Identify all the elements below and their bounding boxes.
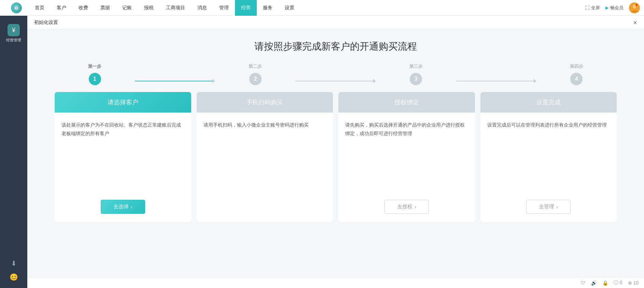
- card-1-footer: 去选择 ›: [55, 200, 191, 222]
- nav-items: 首页 客户 收费 票据 记账 报税 工商项目 消息 管理 经营 服务 设置: [29, 0, 585, 16]
- step-4-circle: 4: [570, 73, 583, 85]
- nav-manage[interactable]: 管理: [213, 0, 235, 16]
- go-manage-arrow: ›: [556, 204, 558, 210]
- step-4-col: 第四步 4: [536, 63, 617, 85]
- connector-1-2: [135, 79, 215, 83]
- status-bar: ▶ 完成 🛡 🔊 🔒 ⓘ 0 ⊕ 10: [0, 277, 644, 288]
- step-3-label: 第三步: [409, 63, 423, 69]
- go-manage-label: 去管理: [539, 204, 554, 210]
- main-content: 初始化设置 × 请按照步骤完成新客户的开通购买流程 第一步 1 第二步: [27, 16, 644, 277]
- arrow-3: [534, 79, 536, 83]
- step-3-circle: 3: [410, 73, 422, 85]
- step-2-label: 第二步: [249, 63, 262, 69]
- nav-right: ⛶ 全屏 ▶ 畅会员: [585, 2, 640, 13]
- shield-status-icon: 🛡: [581, 280, 586, 286]
- member-btn[interactable]: ▶ 畅会员: [605, 5, 624, 11]
- card-1-header: 请选择客户: [55, 92, 191, 113]
- connector-2-3: [295, 79, 376, 83]
- step-4-label: 第四步: [570, 63, 583, 69]
- close-button[interactable]: ×: [633, 19, 637, 26]
- card-step1: 请选择客户 该处展示的客户为不在回收站、客户状态正常建账后完成老板端绑定的所有客…: [55, 92, 191, 222]
- line-1: [135, 81, 212, 81]
- nav-business[interactable]: 工商项目: [160, 0, 191, 16]
- step-2-circle: 2: [249, 73, 262, 85]
- card-2-footer: [197, 214, 333, 222]
- connector-3-4: [456, 79, 536, 83]
- card-step2: 手机扫码购买 请用手机扫码，输入小微企业主账号密码进行购买: [197, 92, 333, 222]
- page-header: 初始化设置 ×: [27, 16, 644, 30]
- card-1-body: 该处展示的客户为不在回收站、客户状态正常建账后完成老板端绑定的所有客户: [55, 113, 191, 200]
- sidebar-item-operation[interactable]: ¥ 经营管理: [0, 21, 27, 45]
- card-4-footer: 去管理 ›: [480, 200, 617, 222]
- page-title: 初始化设置: [34, 19, 58, 26]
- nav-accounting[interactable]: 记账: [116, 0, 138, 16]
- cards-row: 请选择客户 该处展示的客户为不在回收站、客户状态正常建账后完成老板端绑定的所有客…: [41, 92, 630, 222]
- nav-settings[interactable]: 设置: [279, 0, 300, 16]
- card-2-header: 手机扫码购买: [197, 92, 333, 113]
- line-2: [295, 81, 373, 81]
- step-2-col: 第二步 2: [215, 63, 295, 85]
- card-4-body: 设置完成后可以在管理列表进行所有企业用户的经营管理: [480, 113, 617, 200]
- line-3: [456, 81, 534, 81]
- play-icon: ▶: [605, 5, 609, 10]
- go-select-button[interactable]: 去选择 ›: [101, 200, 145, 214]
- fullscreen-label: 全屏: [591, 5, 600, 11]
- arrow-2: [373, 79, 376, 83]
- nav-invoice[interactable]: 票据: [94, 0, 116, 16]
- card-3-body: 请先购买，购买后选择开通的产品中的企业用户进行授权绑定，成功后即可进行经营管理: [338, 113, 475, 200]
- card-step4: 设置完成 设置完成后可以在管理列表进行所有企业用户的经营管理 去管理 ›: [480, 92, 617, 222]
- avatar[interactable]: [629, 2, 640, 13]
- nav-charge[interactable]: 收费: [72, 0, 94, 16]
- go-auth-label: 去授权: [397, 204, 412, 210]
- volume-status-icon: 🔊: [591, 280, 597, 286]
- nav-service[interactable]: 服务: [257, 0, 279, 16]
- nav-customer[interactable]: 客户: [51, 0, 72, 16]
- download-icon[interactable]: ⬇: [11, 259, 17, 267]
- card-3-title: 授权绑定: [394, 99, 419, 106]
- card-3-header: 授权绑定: [338, 92, 475, 113]
- clock-status-icon: ⊕ 10: [628, 280, 639, 286]
- go-select-arrow: ›: [131, 204, 132, 210]
- logo-icon: [11, 2, 22, 13]
- status-bar-right: 🛡 🔊 🔒 ⓘ 0 ⊕ 10: [581, 280, 639, 286]
- card-step3: 授权绑定 请先购买，购买后选择开通的产品中的企业用户进行授权绑定，成功后即可进行…: [338, 92, 475, 222]
- wizard-area: 请按照步骤完成新客户的开通购买流程 第一步 1 第二步 2: [27, 30, 644, 277]
- info-status: ⓘ 0: [614, 280, 622, 286]
- step-1-circle: 1: [89, 73, 101, 85]
- card-1-title: 请选择客户: [108, 99, 138, 106]
- steps-bar: 第一步 1 第二步 2: [41, 63, 630, 85]
- help-icon[interactable]: 😊: [10, 273, 18, 281]
- sidebar-bottom: ⬇ 😊: [10, 259, 18, 288]
- step-1-col: 第一步 1: [55, 63, 135, 85]
- card-3-footer: 去授权 ›: [338, 200, 475, 222]
- nav-operation[interactable]: 经营: [235, 0, 257, 16]
- step-1-label: 第一步: [88, 63, 101, 69]
- card-2-title: 手机扫码购买: [246, 99, 283, 106]
- nav-home[interactable]: 首页: [29, 0, 51, 16]
- sidebar-label: 经营管理: [6, 38, 21, 42]
- member-label: 畅会员: [610, 5, 624, 11]
- fullscreen-btn[interactable]: ⛶ 全屏: [585, 5, 600, 11]
- logo: [4, 2, 29, 13]
- sidebar: ¥ 经营管理 ⬇ 😊: [0, 16, 27, 288]
- go-auth-button[interactable]: 去授权 ›: [384, 200, 429, 214]
- fullscreen-icon: ⛶: [585, 5, 590, 10]
- card-4-header: 设置完成: [480, 92, 617, 113]
- card-2-body: 请用手机扫码，输入小微企业主账号密码进行购买: [197, 113, 333, 214]
- go-select-label: 去选择: [113, 204, 129, 210]
- nav-tax[interactable]: 报税: [138, 0, 160, 16]
- go-manage-button[interactable]: 去管理 ›: [526, 200, 571, 214]
- go-auth-arrow: ›: [415, 204, 416, 210]
- top-nav: 首页 客户 收费 票据 记账 报税 工商项目 消息 管理 经营 服务 设置 ⛶ …: [0, 0, 644, 16]
- step-3-col: 第三步 3: [376, 63, 456, 85]
- nav-message[interactable]: 消息: [191, 0, 213, 16]
- card-4-title: 设置完成: [536, 99, 561, 106]
- operation-icon: ¥: [8, 24, 20, 36]
- lock-status-icon: 🔒: [602, 280, 608, 286]
- arrow-1: [212, 79, 215, 83]
- wizard-title: 请按照步骤完成新客户的开通购买流程: [41, 40, 630, 53]
